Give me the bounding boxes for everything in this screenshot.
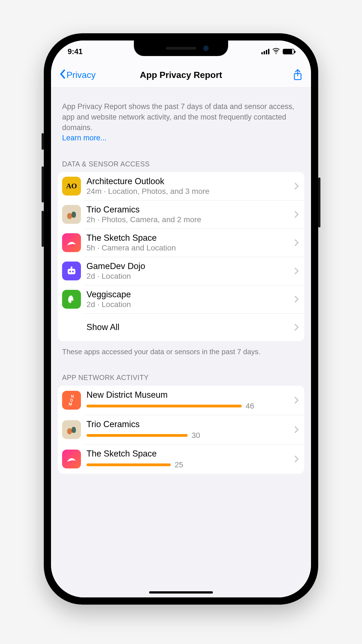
access-detail: 5h · Camera and Location (86, 244, 291, 252)
network-header: APP NETWORK ACTIVITY (51, 357, 311, 386)
access-detail: 2d · Location (86, 300, 291, 309)
app-name: New District Museum (86, 390, 291, 400)
learn-more-link[interactable]: Learn more... (62, 134, 107, 142)
app-name: The Sketch Space (86, 233, 291, 243)
share-icon (293, 69, 303, 81)
back-label: Privacy (67, 70, 96, 80)
volume-down-button (42, 211, 44, 247)
activity-count: 30 (192, 431, 200, 440)
app-icon (62, 420, 81, 439)
network-row[interactable]: The Sketch Space25 (58, 444, 304, 474)
app-icon (62, 205, 81, 224)
activity-bar (86, 405, 242, 407)
data-sensor-header: DATA & SENSOR ACCESS (51, 143, 311, 172)
data-sensor-list: AOArchitecture Outlook24m · Location, Ph… (58, 172, 304, 341)
access-detail: 2h · Photos, Camera, and 2 more (86, 215, 291, 224)
data-sensor-row[interactable]: Trio Ceramics2h · Photos, Camera, and 2 … (58, 200, 304, 229)
content-scroll[interactable]: App Privacy Report shows the past 7 days… (51, 88, 311, 597)
phone-frame: 9:41 (44, 33, 318, 605)
chevron-right-icon (294, 397, 299, 404)
chevron-right-icon (294, 211, 299, 218)
show-all-label: Show All (86, 322, 291, 332)
speaker-grille (166, 47, 196, 50)
app-icon (62, 290, 81, 309)
svg-point-5 (72, 271, 74, 272)
power-button (318, 178, 320, 227)
home-indicator[interactable] (149, 591, 213, 594)
data-sensor-row[interactable]: The Sketch Space5h · Camera and Location (58, 229, 304, 257)
show-all-button[interactable]: Show All (58, 313, 304, 341)
chevron-right-icon (294, 239, 299, 246)
app-name: Architecture Outlook (86, 176, 291, 186)
back-button[interactable]: Privacy (59, 69, 96, 81)
app-name: The Sketch Space (86, 449, 291, 459)
wifi-icon (272, 47, 280, 56)
data-sensor-row[interactable]: GameDev Dojo2d · Location (58, 257, 304, 285)
intro-block: App Privacy Report shows the past 7 days… (51, 88, 311, 143)
data-sensor-row[interactable]: AOArchitecture Outlook24m · Location, Ph… (58, 172, 304, 200)
battery-icon (283, 49, 294, 54)
access-detail: 24m · Location, Photos, and 3 more (86, 187, 291, 196)
status-time: 9:41 (68, 47, 83, 56)
activity-count: 25 (175, 460, 183, 469)
mute-switch (42, 133, 44, 150)
chevron-right-icon (294, 324, 299, 331)
volume-up-button (42, 166, 44, 202)
front-camera (203, 45, 209, 51)
app-name: Veggiscape (86, 290, 291, 300)
chevron-left-icon (59, 69, 65, 81)
data-sensor-footer: These apps accessed your data or sensors… (51, 341, 311, 357)
svg-point-2 (67, 213, 72, 219)
activity-bar (86, 434, 188, 437)
network-row[interactable]: NDMNew District Museum46 (58, 386, 304, 415)
svg-point-7 (67, 428, 72, 434)
app-name: Trio Ceramics (86, 205, 291, 215)
network-row[interactable]: Trio Ceramics30 (58, 415, 304, 444)
notch (134, 40, 228, 56)
app-icon (62, 450, 81, 468)
app-icon (62, 233, 81, 252)
navigation-bar: Privacy App Privacy Report (51, 63, 311, 88)
chevron-right-icon (294, 267, 299, 275)
spacer (62, 318, 81, 337)
app-icon: NDM (62, 391, 81, 410)
svg-point-4 (69, 271, 71, 272)
app-icon: AO (62, 177, 81, 196)
chevron-right-icon (294, 296, 299, 303)
network-list: NDMNew District Museum46Trio Ceramics30T… (58, 386, 304, 474)
app-icon (62, 262, 81, 280)
activity-bar (86, 463, 171, 466)
app-name: GameDev Dojo (86, 261, 291, 271)
chevron-right-icon (294, 426, 299, 433)
chevron-right-icon (294, 455, 299, 463)
svg-rect-3 (68, 269, 75, 274)
cellular-signal-icon (261, 49, 269, 54)
data-sensor-row[interactable]: Veggiscape2d · Location (58, 285, 304, 313)
chevron-right-icon (294, 182, 299, 190)
activity-count: 46 (246, 402, 254, 410)
access-detail: 2d · Location (86, 272, 291, 281)
share-button[interactable] (293, 69, 303, 82)
svg-rect-6 (71, 267, 72, 269)
intro-text: App Privacy Report shows the past 7 days… (62, 102, 294, 132)
app-name: Trio Ceramics (86, 419, 291, 429)
